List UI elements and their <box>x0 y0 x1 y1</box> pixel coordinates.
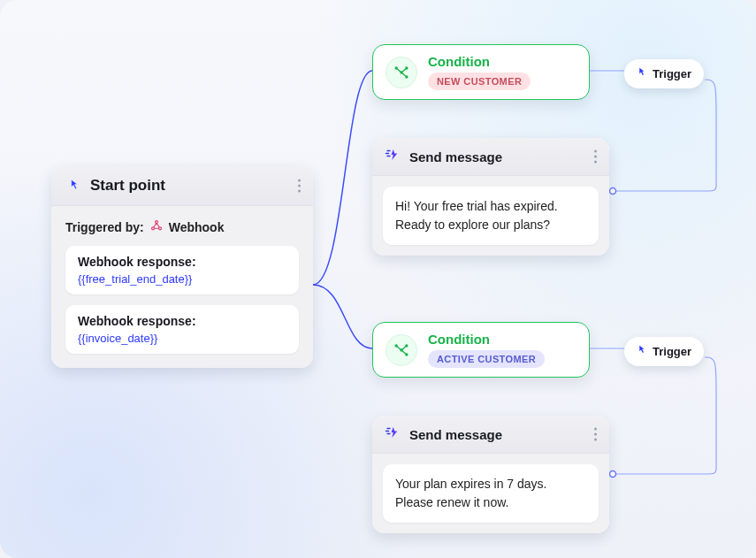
trigger-label: Trigger <box>653 67 691 80</box>
message-bubble: Hi! Your free trial has expired. Ready t… <box>383 187 599 245</box>
condition-badge: ACTIVE CUSTOMER <box>428 350 545 368</box>
trigger-pill-2[interactable]: Trigger <box>624 337 704 366</box>
start-point-body: Triggered by: Webhook Webhook response: … <box>51 206 313 368</box>
svg-point-3 <box>158 227 161 230</box>
send-icon <box>385 148 401 165</box>
start-point-card[interactable]: Start point Triggered by: Webhook Webhoo… <box>51 166 313 368</box>
condition-card-2[interactable]: Condition ACTIVE CUSTOMER <box>372 322 590 378</box>
triggered-by-type: Webhook <box>169 220 225 234</box>
pointer-icon <box>65 178 81 194</box>
send-icon <box>385 425 401 443</box>
condition-badge: NEW CUSTOMER <box>428 73 531 90</box>
condition-title: Condition <box>428 332 545 347</box>
trigger-label: Trigger <box>653 345 691 358</box>
branch-icon <box>386 57 417 88</box>
branch-icon <box>386 334 417 366</box>
webhook-response-label: Webhook response: <box>78 314 286 328</box>
webhook-response-value: {{invoice_date}} <box>78 332 286 345</box>
start-point-title: Start point <box>90 177 165 195</box>
pointer-icon <box>635 66 647 81</box>
condition-text: Condition NEW CUSTOMER <box>428 54 531 90</box>
webhook-response-1[interactable]: Webhook response: {{free_trial_end_date}… <box>65 246 299 294</box>
condition-text: Condition ACTIVE CUSTOMER <box>428 332 545 368</box>
more-menu[interactable] <box>298 180 301 193</box>
start-point-header: Start point <box>51 166 313 206</box>
webhook-response-2[interactable]: Webhook response: {{invoice_date}} <box>65 305 299 354</box>
webhook-response-label: Webhook response: <box>78 255 286 269</box>
svg-point-1 <box>610 471 616 478</box>
send-message-title: Send message <box>409 427 502 442</box>
send-message-title: Send message <box>409 149 502 164</box>
pointer-icon <box>635 344 647 359</box>
send-message-body: Hi! Your free trial has expired. Ready t… <box>372 176 609 256</box>
svg-point-2 <box>151 227 154 230</box>
webhook-icon <box>149 218 164 235</box>
svg-point-0 <box>610 188 616 195</box>
message-bubble: Your plan expires in 7 days. Please rene… <box>383 464 599 523</box>
more-menu[interactable] <box>594 428 597 441</box>
webhook-response-value: {{free_trial_end_date}} <box>78 272 286 286</box>
condition-title: Condition <box>428 54 531 69</box>
triggered-by-label: Triggered by: <box>65 220 144 234</box>
condition-card-1[interactable]: Condition NEW CUSTOMER <box>372 44 590 100</box>
send-message-card-1[interactable]: Send message Hi! Your free trial has exp… <box>372 138 609 256</box>
send-message-header: Send message <box>372 416 609 454</box>
more-menu[interactable] <box>594 150 597 164</box>
svg-point-4 <box>155 221 157 224</box>
send-message-card-2[interactable]: Send message Your plan expires in 7 days… <box>372 416 609 533</box>
triggered-by-row: Triggered by: Webhook <box>65 218 299 235</box>
send-message-header: Send message <box>372 138 609 176</box>
send-message-body: Your plan expires in 7 days. Please rene… <box>372 454 609 533</box>
workflow-canvas: Start point Triggered by: Webhook Webhoo… <box>0 0 756 558</box>
trigger-pill-1[interactable]: Trigger <box>624 59 704 88</box>
